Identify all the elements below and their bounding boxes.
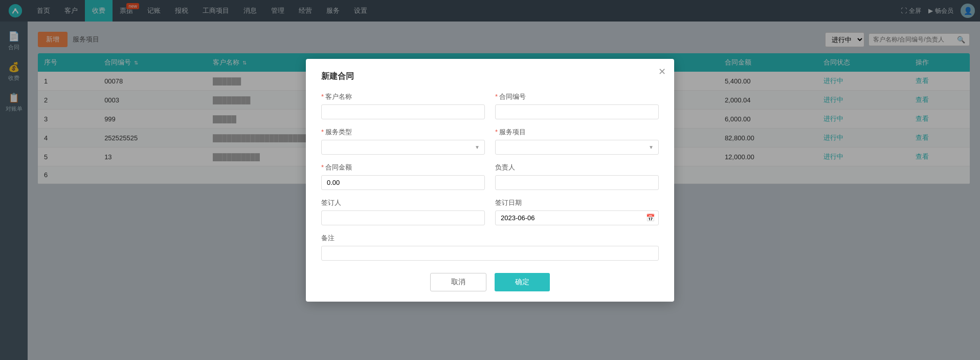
service-item-select-wrap xyxy=(495,140,659,155)
customer-name-input[interactable] xyxy=(321,104,485,119)
signer-label: 签订人 xyxy=(321,198,485,207)
confirm-button[interactable]: 确定 xyxy=(495,273,550,291)
dialog-footer: 取消 确定 xyxy=(321,273,659,291)
form-group-responsible: 负责人 xyxy=(495,163,659,190)
service-item-select[interactable] xyxy=(495,140,659,155)
responsible-input[interactable] xyxy=(495,175,659,190)
amount-label: * 合同金额 xyxy=(321,163,485,172)
form-row-2: * 服务类型 * 服务项目 xyxy=(321,128,659,155)
contract-no-input[interactable] xyxy=(495,104,659,119)
signer-input[interactable] xyxy=(321,210,485,225)
form-row-3: * 合同金额 负责人 xyxy=(321,163,659,190)
sign-date-wrap: 📅 xyxy=(495,210,659,225)
sign-date-input[interactable] xyxy=(495,210,659,225)
form-group-amount: * 合同金额 xyxy=(321,163,485,190)
service-type-select-wrap xyxy=(321,140,485,155)
new-contract-dialog: 新建合同 ✕ * 客户名称 * 合同编号 xyxy=(306,59,674,302)
form-row-5: 备注 xyxy=(321,234,659,261)
form-row-4: 签订人 签订日期 📅 xyxy=(321,198,659,225)
responsible-label: 负责人 xyxy=(495,163,659,172)
form-group-service-type: * 服务类型 xyxy=(321,128,485,155)
form-group-signer: 签订人 xyxy=(321,198,485,225)
service-type-select[interactable] xyxy=(321,140,485,155)
service-type-label: * 服务类型 xyxy=(321,128,485,137)
modal-overlay[interactable]: 新建合同 ✕ * 客户名称 * 合同编号 xyxy=(0,0,980,360)
form-row-1: * 客户名称 * 合同编号 xyxy=(321,92,659,119)
remark-input[interactable] xyxy=(321,246,659,261)
form-group-remark: 备注 xyxy=(321,234,659,261)
dialog-title: 新建合同 xyxy=(321,71,659,82)
form-group-customer: * 客户名称 xyxy=(321,92,485,119)
contract-no-label: * 合同编号 xyxy=(495,92,659,101)
remark-label: 备注 xyxy=(321,234,659,243)
sign-date-label: 签订日期 xyxy=(495,198,659,207)
cancel-button[interactable]: 取消 xyxy=(430,273,486,291)
form-group-service-item: * 服务项目 xyxy=(495,128,659,155)
form-group-sign-date: 签订日期 📅 xyxy=(495,198,659,225)
close-button[interactable]: ✕ xyxy=(658,66,666,77)
form-group-contract-no: * 合同编号 xyxy=(495,92,659,119)
amount-input[interactable] xyxy=(321,175,485,190)
service-item-label: * 服务项目 xyxy=(495,128,659,137)
customer-name-label: * 客户名称 xyxy=(321,92,485,101)
